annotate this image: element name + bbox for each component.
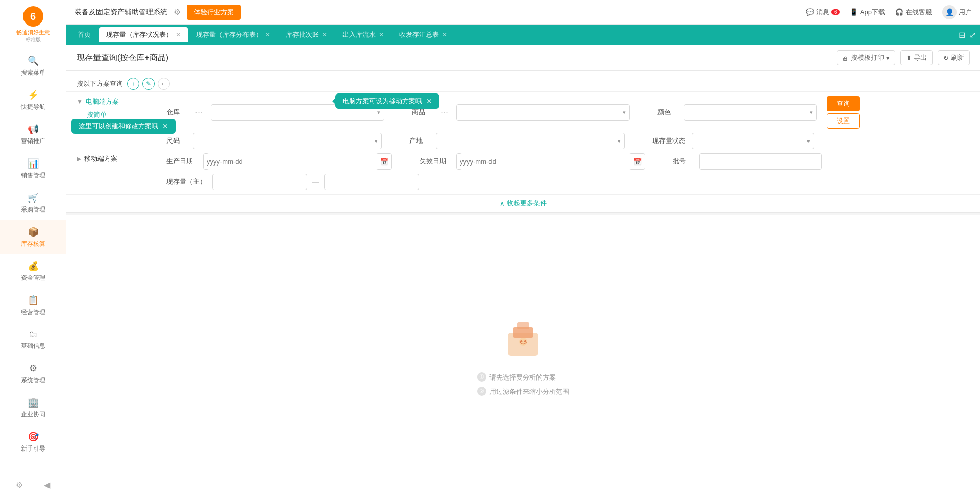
- app-download-label: App下载: [860, 8, 885, 17]
- search-button[interactable]: 查询: [827, 96, 860, 111]
- chart-icon: 📊: [28, 158, 39, 169]
- tab-close-icon[interactable]: ✕: [379, 31, 384, 38]
- range-separator: —: [309, 178, 322, 186]
- origin-select[interactable]: [436, 133, 625, 149]
- sidebar-nav: 🔍 搜索菜单 ⚡ 快捷导航 📢 营销推广 📊 销售管理 🛒 采购管理 📦 库存核…: [0, 49, 66, 475]
- scheme-mobile[interactable]: ▶ 移动端方案: [77, 152, 158, 166]
- left-arrow-btn[interactable]: ←: [158, 78, 170, 90]
- sidebar-item-purchase[interactable]: 🛒 采购管理: [0, 186, 66, 220]
- sidebar-bottom: ⚙ ◀: [0, 475, 66, 495]
- sidebar-item-system[interactable]: ⚙ 系统管理: [0, 357, 66, 391]
- system-title: 装备及固定资产辅助管理系统: [75, 8, 167, 17]
- tooltip-2-close[interactable]: ✕: [162, 122, 168, 130]
- sidebar-item-label: 基础信息: [21, 342, 45, 350]
- sidebar-item-sales[interactable]: 📊 销售管理: [0, 152, 66, 186]
- size-select[interactable]: [193, 133, 382, 149]
- filter-row-4: 现存量（主） —: [166, 174, 972, 190]
- tooltip-1-close[interactable]: ✕: [426, 97, 432, 105]
- sidebar-item-label: 经营管理: [21, 308, 45, 317]
- settings-bottom-icon[interactable]: ⚙: [16, 480, 23, 490]
- tab-close-icon[interactable]: ✕: [322, 31, 327, 38]
- header-gear-icon[interactable]: ⚙: [174, 7, 181, 17]
- export-icon: ⬆: [906, 54, 912, 62]
- tab-close-icon[interactable]: ✕: [265, 31, 271, 38]
- collapse-label: 收起更多条件: [507, 199, 547, 208]
- tab-inventory-dist[interactable]: 现存量（库存分布表） ✕: [189, 27, 278, 42]
- step-2-circle: ②: [477, 387, 486, 396]
- stock-qty-label: 现存量（主）: [166, 177, 206, 186]
- goods-label: 商品: [412, 108, 432, 117]
- step-2-text: 用过滤条件来缩小分析范围: [489, 386, 569, 397]
- app-download-item[interactable]: 📱 App下载: [850, 8, 885, 17]
- edit-scheme-btn[interactable]: ✎: [142, 78, 155, 90]
- set-button[interactable]: 设置: [827, 113, 860, 129]
- collapse-more[interactable]: ∧ 收起更多条件: [66, 194, 980, 212]
- tab-close-icon[interactable]: ✕: [176, 31, 181, 38]
- sidebar-item-label: 采购管理: [21, 205, 45, 214]
- cart-icon: 🛒: [28, 192, 39, 203]
- stock-qty-end[interactable]: [324, 174, 419, 190]
- expiry-date-input[interactable]: [460, 153, 631, 170]
- sidebar-item-enterprise[interactable]: 🏢 企业协同: [0, 391, 66, 425]
- tab-home[interactable]: 首页: [70, 27, 98, 42]
- tab-minimize-icon[interactable]: ⊟: [959, 30, 965, 40]
- stock-status-select-wrapper: ▾: [692, 133, 814, 149]
- tab-inventory-status[interactable]: 现存量（库存状况表） ✕: [99, 27, 188, 42]
- online-support-item[interactable]: 🎧 在线客服: [895, 8, 932, 17]
- tab-expand-icon[interactable]: ⤢: [969, 30, 976, 40]
- sidebar-item-quick-nav[interactable]: ⚡ 快捷导航: [0, 83, 66, 117]
- sidebar: 6 畅通消好生意 标准版 🔍 搜索菜单 ⚡ 快捷导航 📢 营销推广 📊 销售管理…: [0, 0, 66, 495]
- collapse-icon[interactable]: ◀: [44, 480, 50, 490]
- industry-btn[interactable]: 体验行业方案: [187, 5, 241, 20]
- sidebar-item-marketing[interactable]: 📢 营销推广: [0, 117, 66, 152]
- filter-row-3: 生产日期 📅 失效日期 📅 批号: [166, 153, 972, 170]
- warehouse-dots: ···: [195, 107, 203, 118]
- production-date-label: 生产日期: [166, 157, 197, 166]
- sidebar-item-search-menu[interactable]: 🔍 搜索菜单: [0, 49, 66, 83]
- user-item[interactable]: 👤 用户: [942, 5, 972, 19]
- sidebar-item-guide[interactable]: 🎯 新手引导: [0, 425, 66, 459]
- tab-in-out-flow[interactable]: 出入库流水 ✕: [335, 27, 391, 42]
- sidebar-item-label: 快捷导航: [21, 103, 45, 111]
- warehouse-label: 仓库: [166, 108, 187, 117]
- goods-select[interactable]: [456, 104, 630, 121]
- production-date-start[interactable]: [207, 153, 378, 170]
- building-icon: 🏢: [28, 397, 39, 408]
- sidebar-item-finance[interactable]: 💰 资金管理: [0, 254, 66, 289]
- refresh-button[interactable]: ↻ 刷新: [938, 50, 970, 65]
- stock-status-select[interactable]: [692, 133, 814, 149]
- step-1-circle: ①: [477, 372, 486, 382]
- print-icon: 🖨: [842, 54, 849, 62]
- message-label: 消息: [816, 8, 829, 17]
- scheme-desktop[interactable]: ▼ 电脑端方案: [77, 95, 158, 108]
- message-item[interactable]: 💬 消息 6: [806, 8, 840, 17]
- headset-icon: 🎧: [895, 8, 903, 16]
- tab-batch-account[interactable]: 库存批次账 ✕: [279, 27, 334, 42]
- tab-bar: 首页 现存量（库存状况表） ✕ 现存量（库存分布表） ✕ 库存批次账 ✕ 出入库…: [66, 25, 980, 45]
- user-label: 用户: [959, 8, 972, 17]
- calendar-icon[interactable]: 📅: [633, 158, 642, 166]
- tab-label: 现存量（库存状况表）: [106, 30, 173, 39]
- page-title: 现存量查询(按仓库+商品): [77, 53, 168, 63]
- lightning-icon: ⚡: [28, 89, 39, 101]
- calendar-icon[interactable]: 📅: [380, 158, 388, 166]
- filter-toolbar: 按以下方案查询 ＋ ✎ ← 电脑方案可设为移动方案哦 ✕: [66, 71, 980, 92]
- stock-qty-start[interactable]: [212, 174, 307, 190]
- size-label: 尺码: [166, 136, 187, 146]
- sidebar-item-basic[interactable]: 🗂 基础信息: [0, 323, 66, 357]
- template-print-button[interactable]: 🖨 按模板打印 ▾: [837, 50, 895, 65]
- chevron-up-icon: ∧: [500, 200, 505, 207]
- filter-row-1: 仓库 ··· ▾ 商品 ··· ▾: [166, 96, 972, 129]
- export-button[interactable]: ⬆ 导出: [900, 50, 933, 65]
- sidebar-item-inventory[interactable]: 📦 库存核算: [0, 220, 66, 254]
- goods-dots: ···: [440, 107, 448, 118]
- batch-no-input[interactable]: [699, 153, 822, 170]
- tab-collect-issue[interactable]: 收发存汇总表 ✕: [392, 27, 454, 42]
- sidebar-item-operations[interactable]: 📋 经营管理: [0, 289, 66, 323]
- tab-close-icon[interactable]: ✕: [442, 31, 447, 38]
- origin-label: 产地: [409, 136, 430, 146]
- logo-icon: 6: [23, 6, 43, 27]
- add-scheme-btn[interactable]: ＋: [127, 78, 139, 90]
- color-select[interactable]: [684, 104, 817, 121]
- tab-label: 收发存汇总表: [399, 30, 439, 39]
